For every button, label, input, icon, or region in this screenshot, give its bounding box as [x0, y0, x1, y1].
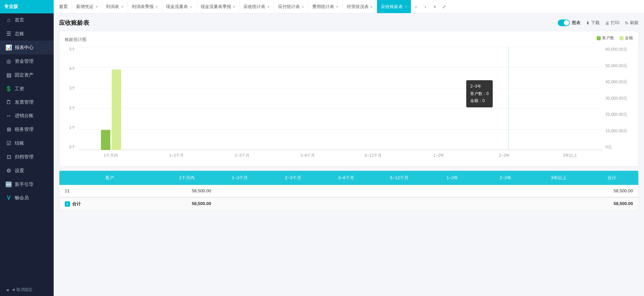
th-month3-6: 3~6个月 — [320, 171, 373, 185]
tab-close-icon[interactable]: × — [336, 5, 338, 9]
sidebar-item-ledger[interactable]: ☰ 总账 — [0, 27, 54, 41]
x-label-1: 1~2个月 — [144, 150, 210, 161]
sidebar-item-home[interactable]: ⌂ 首页 — [0, 13, 54, 27]
unpin-sidebar-button[interactable]: ◄ ◄ 取消固定 — [0, 284, 54, 296]
th-month6-12: 6~12个月 — [373, 171, 426, 185]
table-row: 11 58,500.00 58,500.00 — [59, 185, 638, 197]
sidebar-item-settings[interactable]: ⚙ 设置 — [0, 164, 54, 178]
print-icon: 🖨 — [605, 20, 609, 26]
print-button[interactable]: 🖨 打印 — [605, 20, 620, 26]
tab-ar-stats[interactable]: 应收统计表 × — [239, 0, 274, 13]
refresh-label: 刷新 — [630, 20, 639, 26]
tab-close-icon[interactable]: × — [267, 5, 269, 9]
tab-ar-aging[interactable]: 应收账龄表 × — [377, 0, 411, 13]
invoice-icon: 🗒 — [5, 99, 12, 105]
page-title: 应收账龄表 — [59, 19, 89, 27]
td-month1: 58,500.00 — [161, 185, 216, 197]
home-icon: ⌂ — [5, 17, 12, 23]
tab-close-icon[interactable]: × — [156, 5, 158, 9]
tab-close-all-button[interactable]: × — [430, 0, 439, 13]
tab-close-icon[interactable]: × — [96, 5, 98, 9]
refresh-button[interactable]: ↻ 刷新 — [625, 20, 639, 26]
tab-home[interactable]: 首页 — [55, 0, 72, 13]
guide-icon: 🆕 — [5, 181, 12, 188]
table-header: 客户 1个月内 1~2个月 2~3个月 3~6个月 6~12个月 1~2年 2~… — [59, 171, 638, 185]
sidebar-item-assets[interactable]: ▤ 固定资产 — [0, 68, 54, 82]
y-left-0: 0个 — [69, 144, 75, 150]
tab-ap-stats[interactable]: 应付统计表 × — [274, 0, 308, 13]
tab-new-voucher[interactable]: 新增凭证 × — [72, 0, 102, 13]
x-label-6: 2~3年 — [472, 150, 537, 161]
tab-close-icon[interactable]: × — [233, 5, 235, 9]
tab-close-icon[interactable]: × — [190, 5, 192, 9]
chart-card: 账龄统计图 客户数 金额 5个 4个 3个 2个 — [59, 31, 639, 166]
app-logo: 专业版 — [0, 0, 54, 13]
tab-close-icon[interactable]: × — [121, 5, 123, 9]
salary-icon: 💲 — [5, 86, 12, 92]
tab-profit[interactable]: 利润表 × — [102, 0, 127, 13]
x-label-4: 6~12个月 — [340, 150, 406, 161]
chart-toggle[interactable]: 图表 — [558, 19, 581, 26]
th-customer: 客户 — [59, 171, 160, 185]
td-total-month2-3 — [269, 198, 321, 210]
tab-operations[interactable]: 经营状况表 × — [343, 0, 377, 13]
bar-green-0 — [101, 130, 110, 150]
vip-icon: V — [5, 195, 12, 201]
x-label-3: 3~6个月 — [275, 150, 341, 161]
tab-profit-label: 利润表 — [106, 4, 119, 10]
tab-cashflow-quarter[interactable]: 现金流量表季报 × — [197, 0, 239, 13]
y-right-1: 10,000.00元 — [605, 128, 627, 134]
tab-close-icon[interactable]: × — [405, 5, 407, 9]
chart-title: 账龄统计图 — [65, 37, 633, 43]
sidebar-label-funds: 资金管理 — [15, 58, 34, 64]
sidebar-label-ledger: 总账 — [15, 31, 24, 37]
x-labels: 1个月内 1~2个月 2~3个月 3~6个月 6~12个月 1~2年 2~3年 … — [78, 150, 603, 161]
tab-new-voucher-label: 新增凭证 — [76, 4, 94, 10]
tab-ar-aging-label: 应收账龄表 — [381, 4, 403, 10]
y-left-2: 2个 — [69, 105, 75, 111]
th-year2-3: 2~3年 — [479, 171, 532, 185]
tab-profit-quarter[interactable]: 利润表季报 × — [128, 0, 162, 13]
th-month2-3: 2~3个月 — [266, 171, 319, 185]
download-button[interactable]: ⬇ 下载 — [586, 20, 600, 26]
td-total-label: ≡ 合计 — [59, 198, 161, 210]
tab-close-icon[interactable]: × — [302, 5, 304, 9]
th-month1: 1个月内 — [160, 171, 213, 185]
bars-container — [78, 47, 603, 150]
sidebar-item-vip[interactable]: V 畅会员 — [0, 191, 54, 205]
sidebar-item-reports[interactable]: 📊 报表中心 — [0, 41, 54, 54]
page-content: 应收账龄表 图表 ⬇ 下载 🖨 打印 ↻ 刷新 — [54, 13, 644, 296]
funds-icon: ◎ — [5, 58, 12, 64]
th-total: 合计 — [585, 171, 638, 185]
toggle-thumb — [564, 20, 569, 26]
td-row-total: 58,500.00 — [583, 185, 638, 197]
y-right-4: 40,000.00元 — [605, 79, 627, 85]
sidebar-item-sales[interactable]: ↔ 进销台账 — [0, 109, 54, 122]
sidebar-item-funds[interactable]: ◎ 资金管理 — [0, 54, 54, 68]
bar-group-2 — [209, 47, 275, 150]
tab-next-button[interactable]: › — [421, 0, 430, 13]
report-icon: 📊 — [5, 44, 12, 51]
sidebar-label-close: 结账 — [15, 140, 24, 146]
tab-close-icon[interactable]: × — [371, 5, 373, 9]
tab-expand-button[interactable]: ⤢ — [439, 0, 449, 13]
td-total-year1-2 — [426, 198, 478, 210]
sidebar-item-tax[interactable]: ⊞ 税务管理 — [0, 122, 54, 136]
legend-customers-dot — [597, 36, 601, 40]
legend-customers-label: 客户数 — [602, 35, 614, 41]
sidebar-item-guide[interactable]: 🆕 新手引导 — [0, 178, 54, 191]
tab-expense[interactable]: 费用统计表 × — [308, 0, 342, 13]
sidebar-item-close[interactable]: ☑ 结账 — [0, 136, 54, 150]
bar-group-0 — [78, 47, 144, 150]
y-left-3: 3个 — [69, 86, 75, 91]
table-total-row: ≡ 合计 58,500.00 58,500.00 — [59, 197, 638, 210]
th-year3plus: 3年以上 — [532, 171, 585, 185]
sidebar-item-salary[interactable]: 💲 工资 — [0, 82, 54, 96]
sidebar-item-invoice[interactable]: 🗒 发票管理 — [0, 96, 54, 109]
sidebar-item-archive[interactable]: ⊡ 归档管理 — [0, 150, 54, 164]
tab-prev-button[interactable]: ‹ — [411, 0, 421, 13]
tab-expense-label: 费用统计表 — [312, 4, 334, 10]
tab-cashflow[interactable]: 现金流量表 × — [162, 0, 196, 13]
toggle-track — [558, 19, 570, 26]
bar-group-4 — [340, 47, 406, 150]
